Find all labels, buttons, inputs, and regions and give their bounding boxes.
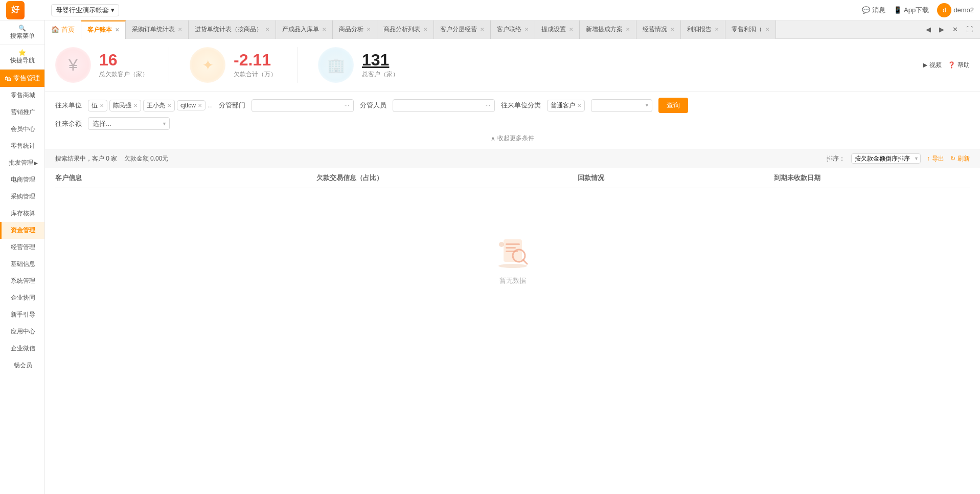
balance-select-wrap[interactable]: 选择... — [88, 117, 170, 130]
stat-values-2: -2.11 欠款合计（万） — [234, 52, 277, 79]
tab-close-all[interactable]: ✕ — [949, 26, 961, 33]
tab-close-new-promo-plan[interactable]: ✕ — [626, 27, 630, 32]
tab-close-profit-report[interactable]: ✕ — [715, 27, 719, 32]
industry-label: 母婴行业演示帐套 — [56, 6, 109, 15]
tab-fullscreen[interactable]: ⛶ — [963, 26, 976, 33]
unit-tag-wu-remove[interactable]: ✕ — [100, 103, 104, 108]
tab-scroll-left[interactable]: ◀ — [923, 26, 934, 33]
dept-input[interactable] — [256, 102, 345, 109]
sidebar-item-enterprise-wechat[interactable]: 企业微信 — [0, 340, 44, 357]
sidebar-item-member[interactable]: 会员中心 — [0, 121, 44, 138]
sidebar-item-system[interactable]: 系统管理 — [0, 273, 44, 289]
tab-profit-report[interactable]: 利润报告 ✕ — [681, 20, 725, 39]
tab-product-analysis-list[interactable]: 商品分析列表 ✕ — [377, 20, 434, 39]
home-icon: 🏠 — [51, 26, 59, 33]
video-btn[interactable]: ▶ 视频 — [923, 61, 942, 70]
category-select[interactable] — [591, 99, 652, 112]
dept-filter-input[interactable]: ··· — [252, 99, 354, 112]
user-menu[interactable]: d demo2 — [937, 3, 974, 17]
unit-tag-cjttcw[interactable]: cjttcw ✕ — [177, 100, 206, 110]
tab-close-cost-inbound[interactable]: ✕ — [322, 27, 326, 32]
sidebar-item-basic-info[interactable]: 基础信息 — [0, 256, 44, 273]
export-btn[interactable]: ↑ 导出 — [927, 154, 944, 163]
sidebar-item-enterprise-coop[interactable]: 企业协同 — [0, 289, 44, 306]
tab-customer-segment[interactable]: 客户分层经营 ✕ — [434, 20, 491, 39]
logo-icon: 好 — [6, 1, 25, 19]
search-menu-btn[interactable]: 🔍 搜索菜单 — [0, 20, 44, 45]
sidebar-item-new-guide[interactable]: 新手引导 — [0, 306, 44, 323]
tab-inbound-stats[interactable]: 进货单统计表（按商品） ✕ — [189, 20, 276, 39]
sidebar-item-vip-member[interactable]: 畅会员 — [0, 357, 44, 374]
person-filter-label: 分管人员 — [360, 101, 386, 110]
balance-filter-label: 往来余额 — [55, 119, 82, 128]
sidebar-item-purchase[interactable]: 采购管理 — [0, 188, 44, 205]
sidebar-item-inventory[interactable]: 库存核算 — [0, 205, 44, 222]
unit-tag-chen[interactable]: 陈民强 ✕ — [109, 100, 141, 111]
sidebar-item-ecommerce[interactable]: 电商管理 — [0, 171, 44, 188]
unit-tag-wang[interactable]: 王小亮 ✕ — [143, 100, 175, 111]
help-btn[interactable]: ❓ 帮助 — [948, 61, 970, 70]
tab-close-business-status[interactable]: ✕ — [670, 27, 674, 32]
stat-card-debt: ✦ -2.11 欠款合计（万） — [190, 47, 298, 83]
tab-customer-ledger[interactable]: 客户账本 ✕ — [81, 20, 126, 39]
sidebar-item-business-mgmt[interactable]: 经营管理 — [0, 239, 44, 256]
app-download-btn[interactable]: 📱 App下载 — [894, 6, 929, 15]
person-input[interactable] — [397, 102, 486, 109]
unit-tag-chen-remove[interactable]: ✕ — [133, 103, 138, 108]
tab-close-inbound-stats[interactable]: ✕ — [265, 27, 269, 32]
tab-purchase-order-stats[interactable]: 采购订单统计表 ✕ — [126, 20, 189, 39]
unit-tag-wu[interactable]: 伍 ✕ — [88, 100, 107, 111]
unit-tag-cjttcw-remove[interactable]: ✕ — [198, 103, 202, 108]
tab-close-purchase-order-stats[interactable]: ✕ — [178, 27, 182, 32]
tab-close-product-analysis[interactable]: ✕ — [367, 27, 371, 32]
quick-nav-btn[interactable]: ⭐ 快捷导航 — [0, 45, 44, 70]
sidebar-item-retail-stats[interactable]: 零售统计 — [0, 138, 44, 154]
sidebar: 🔍 搜索菜单 ⭐ 快捷导航 🛍 零售管理 零售商城 营销推广 会员中心 零售统计… — [0, 20, 45, 494]
stats-row: ¥ 16 总欠款客户（家） ✦ — [45, 39, 980, 92]
sidebar-item-capital[interactable]: 资金管理 — [0, 222, 44, 239]
tab-product-analysis[interactable]: 商品分析 ✕ — [333, 20, 377, 39]
refresh-btn[interactable]: ↻ 刷新 — [950, 154, 970, 163]
play-icon: ▶ — [923, 61, 927, 69]
tab-bar-controls: ◀ ▶ ✕ ⛶ — [923, 26, 980, 33]
sidebar-item-retail-mall[interactable]: 零售商城 — [0, 87, 44, 104]
query-button[interactable]: 查询 — [658, 98, 688, 113]
message-btn[interactable]: 💬 消息 — [862, 6, 885, 15]
tab-scroll-right[interactable]: ▶ — [936, 26, 947, 33]
tab-close-customer-ledger[interactable]: ✕ — [115, 27, 119, 33]
col-repayment: 回款情况 — [578, 173, 773, 183]
chevron-up-icon: ∧ — [491, 135, 495, 142]
main-content: ¥ 16 总欠款客户（家） ✦ — [45, 39, 980, 494]
logo-area: 好 — [6, 1, 51, 19]
unit-tag-wang-remove[interactable]: ✕ — [167, 103, 171, 108]
category-select-wrap[interactable] — [591, 99, 652, 112]
table-wrap: 客户信息 欠款交易信息（占比） 回款情况 到期未收款日期 — [45, 168, 980, 326]
tab-promo-settings[interactable]: 提成设置 ✕ — [535, 20, 580, 39]
sidebar-item-promo[interactable]: 营销推广 — [0, 104, 44, 121]
top-bar-right: 💬 消息 📱 App下载 d demo2 — [862, 3, 974, 17]
tab-close-retail-profit[interactable]: ✕ — [765, 27, 769, 32]
sort-select[interactable]: 按欠款金额倒序排序 — [851, 153, 921, 164]
search-icon: 🔍 — [18, 25, 26, 32]
unit-more-btn[interactable]: ... — [208, 102, 213, 109]
category-tag-normal[interactable]: 普通客户 ✕ — [547, 100, 585, 111]
balance-select[interactable]: 选择... — [88, 117, 170, 130]
tab-business-status[interactable]: 经营情况 ✕ — [636, 20, 681, 39]
tab-close-customer-contact[interactable]: ✕ — [525, 27, 529, 32]
collapse-btn[interactable]: ∧ 收起更多条件 — [491, 134, 534, 143]
tab-customer-contact[interactable]: 客户联络 ✕ — [491, 20, 535, 39]
tab-home[interactable]: 🏠 首页 — [45, 20, 81, 39]
sidebar-item-batch-mgmt[interactable]: 批发管理▶ — [0, 154, 44, 171]
person-filter-input[interactable]: ··· — [393, 99, 495, 112]
sidebar-item-app-center[interactable]: 应用中心 — [0, 323, 44, 340]
industry-select[interactable]: 母婴行业演示帐套 ▾ — [51, 4, 119, 16]
tab-close-promo-settings[interactable]: ✕ — [569, 27, 573, 32]
sidebar-item-retail-mgmt[interactable]: 🛍 零售管理 — [0, 70, 44, 87]
tab-close-customer-segment[interactable]: ✕ — [480, 27, 484, 32]
sort-select-wrap[interactable]: 按欠款金额倒序排序 — [851, 153, 921, 164]
tab-new-promo-plan[interactable]: 新增提成方案 ✕ — [580, 20, 636, 39]
tab-retail-profit[interactable]: 零售利润（ ✕ — [725, 20, 776, 39]
category-tag-remove[interactable]: ✕ — [577, 103, 581, 108]
tab-close-product-analysis-list[interactable]: ✕ — [423, 27, 427, 32]
tab-cost-inbound[interactable]: 产成品入库单 ✕ — [276, 20, 333, 39]
